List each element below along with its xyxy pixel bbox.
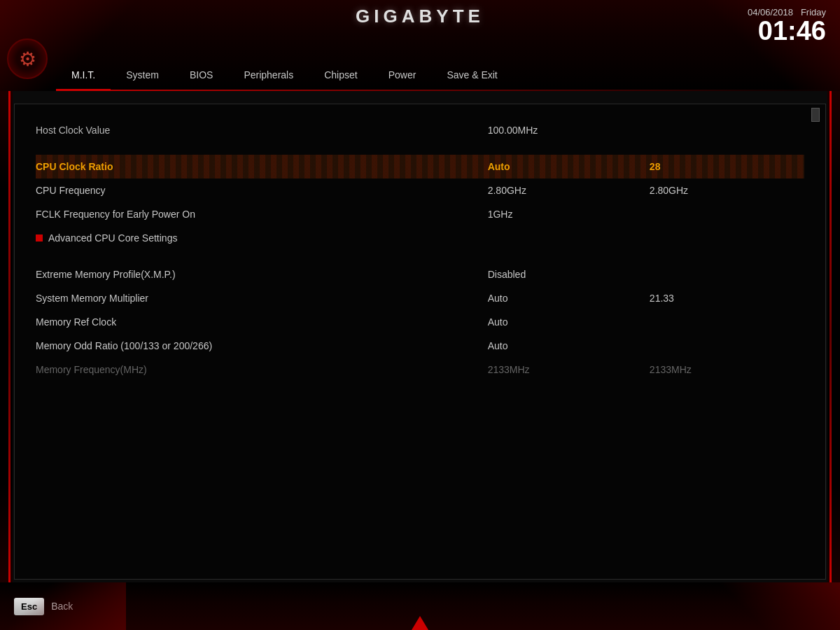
tab-chipset[interactable]: Chipset	[309, 60, 372, 91]
bottom-right-decoration	[714, 582, 840, 630]
datetime-area: 04/06/2018 Friday 01:46	[748, 7, 826, 44]
gear-icon: ⚙	[7, 38, 48, 79]
brand-logo: GIGABYTE	[356, 6, 484, 27]
tab-bios[interactable]: BIOS	[174, 60, 228, 91]
fclk-frequency-value1: 1GHz	[481, 202, 643, 226]
bottom-bar: Esc Back	[0, 582, 840, 630]
memory-multiplier-value1: Auto	[481, 286, 643, 310]
cpu-frequency-label: CPU Frequency	[36, 178, 481, 202]
advanced-cpu-value1	[481, 226, 643, 250]
cpu-frequency-row[interactable]: CPU Frequency 2.80GHz 2.80GHz	[36, 178, 804, 202]
main-content-panel: Host Clock Value 100.00MHz CPU Clock Rat…	[14, 104, 826, 580]
memory-ref-clock-value2	[643, 310, 804, 334]
xmp-label: Extreme Memory Profile(X.M.P.)	[36, 262, 481, 286]
memory-odd-ratio-label: Memory Odd Ratio (100/133 or 200/266)	[36, 334, 481, 358]
host-clock-label: Host Clock Value	[36, 118, 481, 142]
spacer-1	[36, 142, 804, 155]
xmp-value2	[643, 262, 804, 286]
memory-multiplier-value2: 21.33	[643, 286, 804, 310]
xmp-row[interactable]: Extreme Memory Profile(X.M.P.) Disabled	[36, 262, 804, 286]
settings-table: Host Clock Value 100.00MHz CPU Clock Rat…	[36, 118, 804, 382]
right-arrow-icon: ►	[837, 306, 840, 324]
memory-odd-ratio-value1: Auto	[481, 334, 643, 358]
bottom-left-decoration	[0, 582, 126, 630]
bottom-center-decoration	[412, 616, 428, 630]
tab-mit[interactable]: M.I.T.	[56, 60, 111, 91]
gear-container: ⚙	[7, 38, 49, 80]
time-display: 01:46	[758, 16, 826, 46]
host-clock-row: Host Clock Value 100.00MHz	[36, 118, 804, 142]
right-red-accent	[830, 91, 832, 582]
spacer-2	[36, 250, 804, 262]
host-clock-value: 100.00MHz	[481, 118, 643, 142]
memory-multiplier-row[interactable]: System Memory Multiplier Auto 21.33	[36, 286, 804, 310]
nav-tabs: M.I.T. System BIOS Peripherals Chipset P…	[56, 52, 840, 91]
advanced-cpu-value2	[643, 226, 804, 250]
xmp-value1: Disabled	[481, 262, 643, 286]
tab-power[interactable]: Power	[373, 60, 432, 91]
memory-multiplier-label: System Memory Multiplier	[36, 286, 481, 310]
fclk-frequency-value2	[643, 202, 804, 226]
red-bullet-icon	[36, 234, 43, 241]
tab-peripherals[interactable]: Peripherals	[228, 60, 309, 91]
left-red-accent	[8, 91, 10, 582]
cpu-clock-ratio-value2: 28	[643, 155, 804, 178]
memory-frequency-value2: 2133MHz	[643, 358, 804, 382]
cpu-clock-ratio-value1: Auto	[481, 155, 643, 178]
cpu-frequency-value2: 2.80GHz	[643, 178, 804, 202]
scroll-indicator	[811, 108, 820, 122]
cpu-clock-ratio-row[interactable]: CPU Clock Ratio Auto 28	[36, 155, 804, 178]
memory-frequency-row[interactable]: Memory Frequency(MHz) 2133MHz 2133MHz	[36, 358, 804, 382]
fclk-frequency-label: FCLK Frequency for Early Power On	[36, 202, 481, 226]
advanced-cpu-text: Advanced CPU Core Settings	[48, 232, 177, 244]
cpu-frequency-value1: 2.80GHz	[481, 178, 643, 202]
left-side-decoration	[0, 91, 13, 582]
memory-frequency-label: Memory Frequency(MHz)	[36, 358, 481, 382]
memory-ref-clock-label: Memory Ref Clock	[36, 310, 481, 334]
tab-system[interactable]: System	[111, 60, 174, 91]
memory-odd-ratio-row[interactable]: Memory Odd Ratio (100/133 or 200/266) Au…	[36, 334, 804, 358]
host-clock-value2	[643, 118, 804, 142]
advanced-cpu-label: Advanced CPU Core Settings	[36, 226, 481, 250]
settings-content: Host Clock Value 100.00MHz CPU Clock Rat…	[36, 118, 804, 382]
top-bar: GIGABYTE 04/06/2018 Friday 01:46 ⚙ M.I.T…	[0, 0, 840, 91]
memory-ref-clock-value1: Auto	[481, 310, 643, 334]
memory-frequency-value1: 2133MHz	[481, 358, 643, 382]
cpu-clock-ratio-label: CPU Clock Ratio	[36, 155, 481, 178]
memory-odd-ratio-value2	[643, 334, 804, 358]
tab-save-exit[interactable]: Save & Exit	[431, 60, 512, 91]
fclk-frequency-row[interactable]: FCLK Frequency for Early Power On 1GHz	[36, 202, 804, 226]
advanced-cpu-core-row[interactable]: Advanced CPU Core Settings	[36, 226, 804, 250]
memory-ref-clock-row[interactable]: Memory Ref Clock Auto	[36, 310, 804, 334]
brand-name: GIGABYTE	[356, 6, 484, 27]
